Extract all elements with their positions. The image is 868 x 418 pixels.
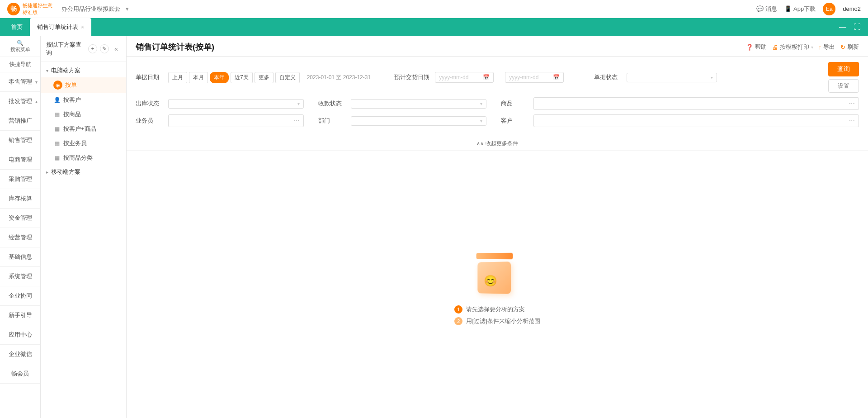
- scheme-item-by-goods[interactable]: ▦ 按商品: [41, 107, 126, 122]
- pay-status-label: 收款状态: [318, 100, 345, 108]
- expected-date-start[interactable]: yyyy-mm-dd 📅: [435, 72, 494, 83]
- sidebar-item-member[interactable]: 畅会员: [0, 364, 40, 384]
- sidebar-item-wechat[interactable]: 企业微信: [0, 345, 40, 364]
- refresh-button[interactable]: ↻ 刷新: [840, 43, 859, 51]
- tab-close-icon[interactable]: ×: [81, 24, 84, 30]
- settings-button[interactable]: 设置: [828, 79, 859, 93]
- message-button[interactable]: 💬 消息: [756, 5, 777, 13]
- sidebar-search[interactable]: 🔍 搜索菜单: [0, 36, 40, 57]
- sidebar-item-inventory[interactable]: 库存核算: [0, 189, 40, 209]
- calendar-icon: 📅: [483, 74, 490, 81]
- tab-bar-actions: — ⛶: [837, 22, 863, 33]
- print-icon: 🖨: [772, 44, 778, 51]
- date-separator: —: [496, 74, 502, 81]
- user-name[interactable]: demo2: [843, 5, 861, 12]
- category-scheme-icon: ▦: [53, 154, 61, 162]
- sidebar-item-wholesale[interactable]: 批发管理: [0, 92, 40, 111]
- goods-filter-label: 商品: [501, 100, 528, 108]
- print-button[interactable]: 🖨 按模板打印 ▾: [772, 43, 813, 51]
- filter-row-1: 单据日期 上月 本月 本年 近7天 更多 自定义 2023-01-01 至 20…: [136, 62, 859, 93]
- sidebar-item-system[interactable]: 系统管理: [0, 267, 40, 286]
- logo-area: 畅 畅捷通好生意 标准版: [7, 2, 52, 15]
- active-scheme-icon: ◉: [56, 82, 60, 88]
- tab-sales-order-stats[interactable]: 销售订单统计表 ×: [30, 18, 91, 36]
- refresh-icon: ↻: [840, 44, 845, 51]
- salesman-input[interactable]: ···: [168, 114, 304, 127]
- sidebar-item-sales[interactable]: 销售管理: [0, 131, 40, 150]
- query-button[interactable]: 查询: [828, 62, 859, 76]
- date-btn-custom[interactable]: 自定义: [275, 72, 300, 83]
- sidebar-quick-nav[interactable]: 快捷导航: [0, 57, 40, 72]
- export-button[interactable]: ↑ 导出: [819, 43, 835, 51]
- group-arrow-icon: ▾: [46, 68, 48, 73]
- panel-actions: + ✎ «: [88, 44, 121, 53]
- status-select[interactable]: ▾: [627, 73, 717, 82]
- ship-status-chevron-icon: ▾: [297, 101, 300, 106]
- sidebar-item-operations[interactable]: 经营管理: [0, 228, 40, 247]
- date-btn-more[interactable]: 更多: [255, 72, 274, 83]
- sidebar-item-marketing[interactable]: 营销推广: [0, 111, 40, 131]
- scheme-item-by-category[interactable]: ▦ 按商品分类: [41, 151, 126, 165]
- date-range-display: 2023-01-01 至 2023-12-31: [307, 74, 371, 81]
- help-button[interactable]: ❓ 帮助: [746, 43, 767, 51]
- scheme-item-by-customer[interactable]: 👤 按客户: [41, 93, 126, 107]
- mobile-group-arrow-icon: ▸: [46, 170, 48, 175]
- panel-edit-button[interactable]: ✎: [100, 44, 109, 53]
- goods-input[interactable]: ···: [533, 97, 859, 110]
- date-btn-this-year[interactable]: 本年: [210, 72, 229, 83]
- content-area: 按以下方案查询 + ✎ « ▾ 电脑端方案 ◉: [41, 36, 868, 418]
- salesman-scheme-icon: ▦: [53, 140, 61, 147]
- expected-date-end[interactable]: yyyy-mm-dd 📅: [505, 72, 564, 83]
- tab-minimize-button[interactable]: —: [837, 22, 848, 33]
- tab-maximize-button[interactable]: ⛶: [852, 22, 863, 33]
- customer-more-icon[interactable]: ···: [849, 117, 855, 125]
- panel-collapse-button[interactable]: «: [112, 44, 121, 53]
- page-title-bar: 销售订单统计表(按单) ❓ 帮助 🖨 按模板打印 ▾ ↑ 导出: [127, 36, 868, 57]
- scheme-group-desktop-title[interactable]: ▾ 电脑端方案: [41, 64, 126, 77]
- scheme-item-by-order[interactable]: ◉ 按单: [41, 77, 126, 93]
- top-header: 畅 畅捷通好生意 标准版 办公用品行业模拟账套 ▾ 💬 消息 📱 App下载 E…: [0, 0, 868, 18]
- tip-num-1: 1: [454, 305, 462, 314]
- salesman-filter-label: 业务员: [136, 117, 163, 125]
- main-content: 销售订单统计表(按单) ❓ 帮助 🖨 按模板打印 ▾ ↑ 导出: [127, 36, 868, 418]
- left-panel: 按以下方案查询 + ✎ « ▾ 电脑端方案 ◉: [41, 36, 127, 418]
- pay-status-select[interactable]: ▾: [351, 99, 486, 109]
- left-panel-header: 按以下方案查询 + ✎ «: [41, 36, 126, 62]
- scheme-group-mobile-title[interactable]: ▸ 移动端方案: [41, 165, 126, 179]
- scheme-item-by-customer-goods[interactable]: ▦ 按客户+商品: [41, 122, 126, 136]
- date-btn-last-7-days[interactable]: 近7天: [231, 72, 253, 83]
- sidebar-item-finance[interactable]: 资金管理: [0, 209, 40, 228]
- salesman-more-icon[interactable]: ···: [294, 117, 300, 125]
- logo-icon: 畅: [7, 3, 20, 15]
- sidebar-item-retail[interactable]: 零售管理: [0, 72, 40, 92]
- customer-input[interactable]: ···: [533, 114, 859, 127]
- filter-row-3: 业务员 ··· 部门 ▾ 客户 ···: [136, 114, 859, 127]
- panel-add-button[interactable]: +: [88, 44, 97, 53]
- expected-date-label: 预计交货日期: [394, 73, 429, 81]
- calendar-icon-2: 📅: [553, 74, 560, 81]
- customer-goods-scheme-icon: ▦: [53, 125, 61, 133]
- goods-more-icon[interactable]: ···: [849, 100, 855, 108]
- action-buttons: 查询 设置: [828, 62, 859, 93]
- app-download-button[interactable]: 📱 App下载: [784, 5, 816, 13]
- sidebar-item-app-center[interactable]: 应用中心: [0, 325, 40, 345]
- app-title: 办公用品行业模拟账套: [61, 5, 120, 13]
- ship-status-select[interactable]: ▾: [168, 99, 304, 109]
- sidebar-item-purchase[interactable]: 采购管理: [0, 170, 40, 189]
- collapse-more-button[interactable]: ∧∧ 收起更多条件: [127, 137, 868, 150]
- scheme-item-by-salesman[interactable]: ▦ 按业务员: [41, 136, 126, 151]
- sidebar-item-guide[interactable]: 新手引导: [0, 306, 40, 325]
- tab-home[interactable]: 首页: [4, 18, 30, 36]
- date-btn-this-month[interactable]: 本月: [189, 72, 208, 83]
- date-btn-last-month[interactable]: 上月: [168, 72, 187, 83]
- collapse-arrow-icon: ∧∧: [476, 141, 484, 147]
- tab-bar: 首页 销售订单统计表 × — ⛶: [0, 18, 868, 36]
- sidebar-item-ecommerce[interactable]: 电商管理: [0, 150, 40, 170]
- status-chevron-icon: ▾: [711, 75, 713, 80]
- sidebar-item-enterprise[interactable]: 企业协同: [0, 286, 40, 306]
- empty-tips: 1 请先选择要分析的方案 2 用[过滤]条件来缩小分析范围: [454, 305, 540, 325]
- sidebar-item-basic-info[interactable]: 基础信息: [0, 247, 40, 267]
- dept-select[interactable]: ▾: [351, 116, 486, 126]
- empty-state: 😊 1 请先选择要分析的方案 2 用[过滤]条件来缩小分析范围: [127, 151, 868, 418]
- app-title-dropdown-icon[interactable]: ▾: [126, 5, 129, 12]
